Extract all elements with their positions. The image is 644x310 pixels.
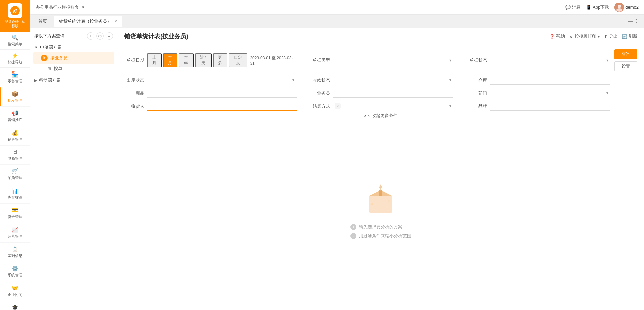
mobile-group-header[interactable]: ▶ 移动端方案 xyxy=(33,75,114,85)
date-prev-month-button[interactable]: 上月 xyxy=(147,53,162,67)
date-filter-label: 单据日期 xyxy=(124,57,144,63)
tab-sales-stats[interactable]: 销货单统计表（按业务员） × xyxy=(54,16,122,27)
sidebar-item-finance[interactable]: 💳 资金管理 xyxy=(0,204,30,223)
export-button[interactable]: ⬆ 导出 xyxy=(604,33,618,39)
brand-label: 品牌 xyxy=(467,103,487,109)
settings-icon: ⚙ xyxy=(98,34,102,39)
sidebar-item-marketing[interactable]: 📢 营销推广 xyxy=(0,107,30,126)
department-select[interactable]: ▾ xyxy=(490,89,610,97)
desktop-group-header[interactable]: ▼ 电脑端方案 xyxy=(33,42,114,52)
brand-input-wrap[interactable]: ··· xyxy=(490,102,610,111)
sidebar-item-retail[interactable]: 🏪 零售管理 xyxy=(0,68,30,87)
sidebar-item-basic[interactable]: 📋 基础信息 xyxy=(0,243,30,262)
payment-status-label: 收款状态 xyxy=(310,77,330,83)
date-more-button[interactable]: 更多 xyxy=(213,53,228,67)
payment-method-tag-close[interactable]: × xyxy=(337,104,339,108)
sidebar-logo[interactable]: 好 畅捷通好生意 标版 xyxy=(0,0,30,32)
home-tab-label: 首页 xyxy=(38,18,47,24)
sidebar-item-newbie[interactable]: 🎓 新手引导 xyxy=(0,301,30,310)
tab-home[interactable]: 首页 xyxy=(33,16,52,27)
plan-item-by-salesperson[interactable]: 按 按业务员 xyxy=(33,52,114,64)
refresh-label: 刷新 xyxy=(629,33,637,39)
query-button[interactable]: 查询 xyxy=(614,49,637,59)
date-this-month-button[interactable]: 本月 xyxy=(163,53,178,67)
settings-button[interactable]: 设置 xyxy=(614,61,637,71)
sidebar-item-inventory[interactable]: 📊 库存核算 xyxy=(0,184,30,204)
warehouse-input[interactable] xyxy=(492,78,604,83)
warehouse-label: 仓库 xyxy=(467,77,487,83)
product-label: 商品 xyxy=(124,90,144,96)
salesperson-dots-icon[interactable]: ··· xyxy=(447,90,451,96)
panel-collapse-button[interactable]: « xyxy=(106,32,113,40)
salesperson-input[interactable] xyxy=(335,91,447,96)
sidebar-item-wholesale[interactable]: 📦 批发管理 xyxy=(0,87,30,107)
sidebar-item-ecommerce[interactable]: 🖥 电商管理 xyxy=(0,146,30,165)
tip-2-text: 用过滤条件来缩小分析范围 xyxy=(359,233,411,239)
plan-sub-item-by-order[interactable]: ⊞ 按单 xyxy=(33,64,114,74)
topbar: 办公用品行业模拟账套 ▾ 💬 消息 📱 App下载 xyxy=(30,0,644,15)
consignee-input[interactable] xyxy=(149,104,290,109)
help-icon: ❓ xyxy=(549,34,555,39)
sidebar-search[interactable]: 🔍 搜索菜单 xyxy=(0,32,30,50)
filter-row-2: 出库状态 ▾ 收款状态 ▾ xyxy=(124,75,637,85)
order-type-arrow-icon: ▾ xyxy=(449,58,451,63)
refresh-button[interactable]: 🔄 刷新 xyxy=(622,33,637,39)
print-button[interactable]: 🖨 按模板打印 ▾ xyxy=(569,33,600,39)
svg-rect-6 xyxy=(379,190,382,196)
sidebar-item-enterprise[interactable]: 🤝 企业协同 xyxy=(0,281,30,301)
empty-tips: 1 请先选择要分析的方案 2 用过滤条件来缩小分析范围 xyxy=(350,224,411,239)
app-download-icon: 📱 xyxy=(586,5,591,10)
stock-status-select[interactable]: ▾ xyxy=(147,76,297,84)
brand-dots-icon[interactable]: ··· xyxy=(604,103,608,109)
order-type-select[interactable]: ▾ xyxy=(333,57,453,64)
consignee-dots-icon[interactable]: ··· xyxy=(290,103,294,109)
topbar-dropdown[interactable]: ▾ xyxy=(82,5,84,10)
product-input-wrap[interactable]: ··· xyxy=(147,89,297,98)
sidebar-item-system[interactable]: ⚙️ 系统管理 xyxy=(0,262,30,281)
print-icon: 🖨 xyxy=(569,34,573,39)
app-download-button[interactable]: 📱 App下载 xyxy=(586,4,609,10)
date-custom-button[interactable]: 自定义 xyxy=(229,53,247,67)
sidebar-item-enterprise-label: 企业协同 xyxy=(8,292,22,297)
sidebar-item-sales[interactable]: 💰 销售管理 xyxy=(0,126,30,146)
filter-order-status: 单据状态 ▾ xyxy=(467,57,610,64)
tab-minimize-button[interactable]: — xyxy=(628,18,633,24)
group-arrow-icon: ▼ xyxy=(34,45,38,49)
plan-settings-button[interactable]: ⚙ xyxy=(96,32,104,40)
empty-illustration xyxy=(361,177,401,219)
date-this-year-button[interactable]: 本年 xyxy=(179,53,194,67)
warehouse-input-wrap[interactable]: ··· xyxy=(490,75,610,85)
date-7days-button[interactable]: 近7天 xyxy=(195,53,212,67)
consignee-input-wrap[interactable]: ··· xyxy=(147,102,297,111)
enterprise-icon: 🤝 xyxy=(12,285,18,291)
product-dots-icon[interactable]: ··· xyxy=(290,90,294,96)
filter-row-4: 收货人 ··· 结算方式 × xyxy=(124,102,637,111)
sidebar: 好 畅捷通好生意 标版 🔍 搜索菜单 ⚡ 快捷导航 🏪 零售管理 📦 批发管理 xyxy=(0,0,30,310)
sidebar-item-operations[interactable]: 📈 经营管理 xyxy=(0,223,30,243)
topbar-title: 办公用品行业模拟账套 xyxy=(36,4,79,10)
sidebar-logo-text: 畅捷通好生意 标版 xyxy=(5,19,25,28)
filter-salesperson: 业务员 ··· xyxy=(310,89,453,98)
help-button[interactable]: ❓ 帮助 xyxy=(549,33,565,39)
user-profile[interactable]: demo2 xyxy=(614,3,639,12)
tip-2-num: 2 xyxy=(350,233,356,239)
sidebar-quick-nav[interactable]: ⚡ 快捷导航 xyxy=(0,50,30,68)
product-input[interactable] xyxy=(149,91,290,96)
salesperson-input-wrap[interactable]: ··· xyxy=(333,89,453,98)
inventory-icon: 📊 xyxy=(12,188,18,194)
tab-close-icon[interactable]: × xyxy=(115,19,117,24)
brand-input[interactable] xyxy=(492,104,604,109)
collapse-up-icon: ∧∧ xyxy=(364,113,370,118)
app-download-label: App下载 xyxy=(593,4,609,10)
sidebar-item-purchase-label: 采购管理 xyxy=(8,175,22,180)
payment-method-arrow-icon: ▾ xyxy=(449,104,451,108)
tab-maximize-button[interactable]: ⛶ xyxy=(636,18,641,24)
message-button[interactable]: 💬 消息 xyxy=(565,4,581,10)
order-status-select[interactable]: ▾ xyxy=(490,57,610,64)
empty-tip-2: 2 用过滤条件来缩小分析范围 xyxy=(350,233,411,239)
warehouse-dots-icon[interactable]: ··· xyxy=(604,77,608,83)
add-plan-button[interactable]: + xyxy=(87,32,94,40)
sidebar-item-purchase[interactable]: 🛒 采购管理 xyxy=(0,165,30,184)
collapse-button[interactable]: ∧∧ 收起更多条件 xyxy=(124,111,637,121)
payment-status-select[interactable]: ▾ xyxy=(333,76,453,84)
